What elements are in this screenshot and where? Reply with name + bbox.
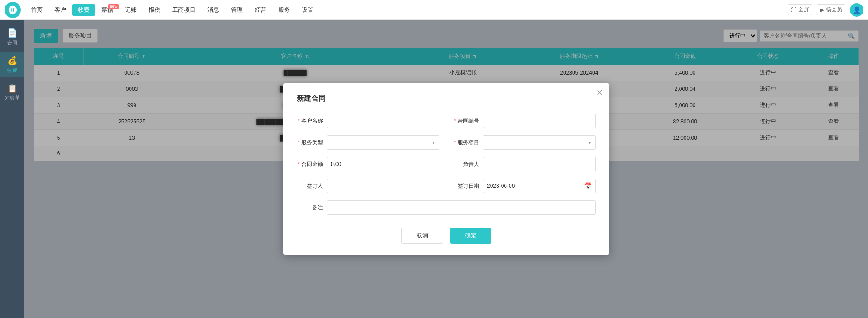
service-item-select[interactable] <box>483 135 596 150</box>
avatar[interactable]: 👤 <box>850 3 863 17</box>
service-type-label: 服务类型 <box>297 139 323 147</box>
fullscreen-icon: ⛶ <box>791 7 796 13</box>
sign-date-input[interactable] <box>487 183 584 189</box>
sidebar-item-statement[interactable]: 📋 对账单 <box>0 80 24 105</box>
form-row-sign-date: 签订日期 📅 <box>453 179 596 193</box>
nav-customer[interactable]: 客户 <box>49 4 72 16</box>
sign-date-label: 签订日期 <box>453 182 479 190</box>
service-type-select-wrap: ▼ <box>327 135 439 150</box>
new-contract-modal: ✕ 新建合同 客户名称 合同编号 服务类型 <box>283 83 609 255</box>
responsible-input[interactable] <box>483 157 596 171</box>
nav-manage[interactable]: 管理 <box>226 4 248 16</box>
nav-invoice[interactable]: 票据 new <box>96 4 119 16</box>
sign-date-wrap: 📅 <box>483 179 596 193</box>
contract-no-input[interactable] <box>483 114 596 128</box>
form-row-amount: 合同金额 <box>297 157 439 171</box>
nav-business[interactable]: 工商项目 <box>167 4 201 16</box>
modal-title: 新建合同 <box>297 94 596 104</box>
content-area: 新增 服务项目 进行中 已完成 已终止 🔍 序号 合同 <box>24 20 868 318</box>
customer-name-label: 客户名称 <box>297 117 323 125</box>
nav-service[interactable]: 服务 <box>273 4 295 16</box>
form-row-service-item: 服务项目 ▼ <box>453 135 596 150</box>
nav-billing[interactable]: 收费 <box>72 4 95 16</box>
form-row-signer: 签订人 <box>297 179 439 193</box>
form-row-contract-no: 合同编号 <box>453 114 596 128</box>
cancel-button[interactable]: 取消 <box>401 228 443 244</box>
statement-icon: 📋 <box>7 83 17 93</box>
nav-home[interactable]: 首页 <box>25 4 48 16</box>
calendar-icon[interactable]: 📅 <box>584 182 592 190</box>
contract-no-label: 合同编号 <box>453 117 479 125</box>
contract-icon: 📄 <box>7 28 17 38</box>
service-item-label: 服务项目 <box>453 139 479 147</box>
nav-bookkeeping[interactable]: 记账 <box>120 4 142 16</box>
form-row-service-type: 服务类型 ▼ <box>297 135 439 150</box>
nav-settings[interactable]: 设置 <box>296 4 319 16</box>
top-navbar: 首页 客户 收费 票据 new 记账 报税 工商项目 消息 管理 经营 服务 设… <box>0 0 868 20</box>
service-type-select[interactable] <box>327 135 439 150</box>
nav-tax[interactable]: 报税 <box>143 4 166 16</box>
nav-operation[interactable]: 经营 <box>249 4 272 16</box>
nav-right: ⛶ 全屏 ▶ 畅会员 👤 <box>788 3 863 17</box>
signer-input[interactable] <box>327 179 439 193</box>
customer-name-input[interactable] <box>327 114 439 128</box>
new-badge: new <box>108 4 119 9</box>
remark-input[interactable] <box>327 200 596 215</box>
form-row-customer: 客户名称 <box>297 114 439 128</box>
form-grid: 客户名称 合同编号 服务类型 ▼ <box>297 114 596 215</box>
sidebar: 📄 合同 💰 收费 📋 对账单 <box>0 20 24 318</box>
member-button[interactable]: ▶ 畅会员 <box>817 4 845 15</box>
play-icon: ▶ <box>820 7 824 13</box>
form-row-remark: 备注 <box>297 200 596 215</box>
nav-message[interactable]: 消息 <box>202 4 225 16</box>
contract-amount-input[interactable] <box>327 157 439 171</box>
main-layout: 📄 合同 💰 收费 📋 对账单 新增 服务项目 进行中 已完成 已终止 <box>0 20 868 318</box>
billing-icon: 💰 <box>7 56 17 66</box>
service-item-select-wrap: ▼ <box>483 135 596 150</box>
sidebar-item-billing[interactable]: 💰 收费 <box>0 52 24 77</box>
sidebar-item-contract[interactable]: 📄 合同 <box>0 24 24 50</box>
contract-amount-label: 合同金额 <box>297 161 323 168</box>
confirm-button[interactable]: 确定 <box>450 228 491 244</box>
modal-close-button[interactable]: ✕ <box>596 89 603 97</box>
form-row-responsible: 负责人 <box>453 157 596 171</box>
modal-footer: 取消 确定 <box>297 228 596 244</box>
nav-items: 首页 客户 收费 票据 new 记账 报税 工商项目 消息 管理 经营 服务 设… <box>25 4 788 16</box>
modal-overlay: ✕ 新建合同 客户名称 合同编号 服务类型 <box>24 20 868 318</box>
fullscreen-button[interactable]: ⛶ 全屏 <box>788 4 812 15</box>
remark-label: 备注 <box>297 204 323 212</box>
responsible-label: 负责人 <box>453 161 479 168</box>
logo <box>5 2 21 18</box>
signer-label: 签订人 <box>297 182 323 190</box>
